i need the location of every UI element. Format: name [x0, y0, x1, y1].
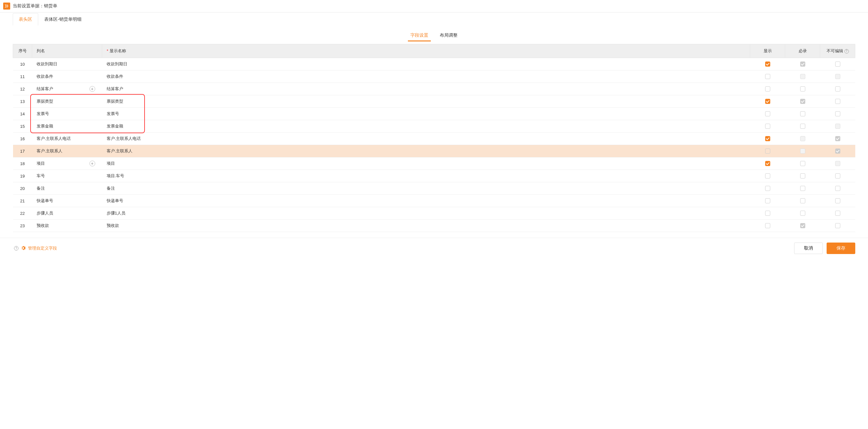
required-cell [785, 158, 820, 170]
display-name-cell[interactable]: 票据类型 [102, 95, 750, 108]
tab-top[interactable]: 表体区-销货单明细 [38, 13, 88, 26]
cancel-button[interactable]: 取消 [794, 242, 823, 254]
required-cell [785, 120, 820, 133]
show-checkbox[interactable] [765, 111, 770, 116]
column-name-text: 客户.主联系人 [37, 148, 63, 154]
display-name-cell[interactable]: 项目.车号 [102, 170, 750, 182]
column-name-text: 票据类型 [37, 98, 53, 104]
table-row: 11收款条件收款条件 [13, 70, 855, 83]
sub-tab[interactable]: 布局调整 [434, 30, 463, 41]
required-checkbox[interactable] [800, 198, 805, 203]
display-name-cell[interactable]: 发票金额 [102, 120, 750, 133]
required-checkbox[interactable] [800, 124, 805, 129]
show-cell [750, 182, 785, 195]
readonly-checkbox[interactable] [835, 223, 840, 228]
display-name-cell[interactable]: 结算客户 [102, 83, 750, 95]
required-checkbox[interactable] [800, 186, 805, 191]
readonly-checkbox[interactable] [835, 186, 840, 191]
row-num: 23 [13, 220, 32, 232]
show-checkbox[interactable] [765, 136, 770, 141]
required-cell [785, 207, 820, 220]
column-name-text: 发票金额 [37, 123, 53, 129]
manage-custom-fields-link[interactable]: 管理自定义字段 [28, 246, 57, 251]
column-name-text: 项目 [37, 161, 45, 166]
readonly-checkbox[interactable] [835, 173, 840, 178]
readonly-cell [820, 133, 855, 145]
display-name-cell[interactable]: 项目 [102, 158, 750, 170]
required-cell [785, 58, 820, 70]
readonly-checkbox[interactable] [835, 211, 840, 216]
display-name-cell[interactable]: 步骤1人员 [102, 207, 750, 220]
required-checkbox [800, 61, 805, 67]
show-cell [750, 108, 785, 120]
show-checkbox[interactable] [765, 74, 770, 79]
column-name-text: 结算客户 [37, 86, 53, 92]
readonly-cell [820, 220, 855, 232]
show-checkbox[interactable] [765, 223, 770, 228]
table-row: 19车号项目.车号 [13, 170, 855, 182]
required-cell [785, 220, 820, 232]
row-name: 项目+ [32, 158, 102, 170]
readonly-checkbox[interactable] [835, 111, 840, 116]
readonly-checkbox [835, 161, 840, 166]
show-checkbox[interactable] [765, 173, 770, 178]
show-checkbox[interactable] [765, 186, 770, 191]
required-checkbox[interactable] [800, 161, 805, 166]
row-name: 快递单号 [32, 195, 102, 207]
readonly-cell [820, 70, 855, 83]
show-checkbox[interactable] [765, 198, 770, 203]
show-checkbox[interactable] [765, 124, 770, 129]
readonly-cell [820, 95, 855, 108]
show-checkbox[interactable] [765, 99, 770, 104]
required-checkbox [800, 74, 805, 79]
show-cell [750, 220, 785, 232]
show-checkbox[interactable] [765, 161, 770, 166]
readonly-checkbox[interactable] [835, 198, 840, 203]
readonly-checkbox[interactable] [835, 86, 840, 91]
display-name-cell[interactable]: 预收款 [102, 220, 750, 232]
required-checkbox[interactable] [800, 211, 805, 216]
display-name-cell[interactable]: 客户.主联系人 [102, 145, 750, 158]
display-name-cell[interactable]: 收款到期日 [102, 58, 750, 70]
show-checkbox[interactable] [765, 211, 770, 216]
table-wrap: 序号 列名 *显示名称 显示 必录 不可编辑? 10收款到期日收款到期日11收款… [0, 44, 868, 232]
chevron-right-double-icon [5, 4, 9, 8]
expand-panel-button[interactable] [3, 3, 10, 9]
save-button[interactable]: 保存 [827, 242, 855, 254]
display-name-cell[interactable]: 客户.主联系人电话 [102, 133, 750, 145]
help-icon[interactable]: ? [844, 49, 849, 54]
help-icon[interactable]: ? [14, 246, 19, 251]
col-header-display: *显示名称 [102, 44, 750, 58]
display-name-cell[interactable]: 收款条件 [102, 70, 750, 83]
row-num: 10 [13, 58, 32, 70]
add-sub-item-button[interactable]: + [90, 86, 95, 92]
add-sub-item-button[interactable]: + [90, 161, 95, 166]
sub-tabs: 字段设置布局调整 [0, 26, 868, 44]
display-name-cell[interactable]: 快递单号 [102, 195, 750, 207]
readonly-checkbox [835, 74, 840, 79]
col-header-show: 显示 [750, 44, 785, 58]
sub-tab[interactable]: 字段设置 [405, 30, 434, 41]
readonly-checkbox [835, 136, 840, 141]
readonly-checkbox[interactable] [835, 61, 840, 67]
required-checkbox[interactable] [800, 86, 805, 91]
row-name: 步骤人员 [32, 207, 102, 220]
required-checkbox[interactable] [800, 173, 805, 178]
header-bar: 当前设置单据： 销货单 [0, 0, 868, 12]
required-cell [785, 170, 820, 182]
row-num: 20 [13, 182, 32, 195]
required-checkbox[interactable] [800, 111, 805, 116]
tab-top[interactable]: 表头区 [13, 13, 38, 26]
display-name-cell[interactable]: 发票号 [102, 108, 750, 120]
show-checkbox[interactable] [765, 86, 770, 91]
row-num: 21 [13, 195, 32, 207]
show-checkbox[interactable] [765, 148, 770, 154]
table-row: 23预收款预收款 [13, 220, 855, 232]
readonly-cell [820, 182, 855, 195]
row-name: 车号 [32, 170, 102, 182]
row-num: 14 [13, 108, 32, 120]
show-checkbox[interactable] [765, 61, 770, 67]
top-tabs: 表头区表体区-销货单明细 [0, 13, 868, 26]
display-name-cell[interactable]: 备注 [102, 182, 750, 195]
readonly-checkbox[interactable] [835, 99, 840, 104]
